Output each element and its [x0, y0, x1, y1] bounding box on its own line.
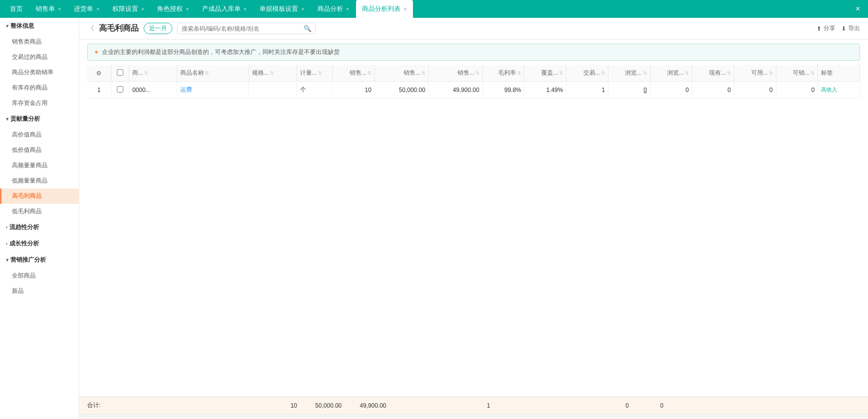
th-browse2[interactable]: 浏览...⇅: [650, 65, 692, 82]
nav-close-purchase[interactable]: ×: [96, 6, 99, 12]
sort-rate-icon: ⇅: [517, 70, 521, 76]
cell-stock1: 0: [692, 82, 734, 98]
row-checkbox[interactable]: [117, 86, 123, 93]
search-input[interactable]: [182, 25, 302, 32]
export-button[interactable]: ⬇ 导出: [841, 24, 860, 33]
cell-stock3: 0: [776, 82, 818, 98]
cell-sales-amt: 50,000.00: [375, 82, 429, 98]
nav-template-settings[interactable]: 单据模板设置 ×: [254, 0, 310, 18]
th-gross-profit[interactable]: 销售...⇅: [428, 65, 482, 82]
cell-spec: [249, 82, 297, 98]
nav-sales-order[interactable]: 销售单 ×: [30, 0, 67, 18]
nav-close-analysis[interactable]: ×: [346, 6, 349, 12]
th-tag[interactable]: 标签: [818, 65, 860, 82]
th-stock2[interactable]: 可用...⇅: [734, 65, 776, 82]
top-nav: 首页 销售单 × 进货单 × 权限设置 × 角色授权 × 产成品入库单 × 单据…: [0, 0, 868, 18]
sort-spec-icon: ⇅: [270, 70, 274, 76]
nav-close-sales[interactable]: ×: [58, 6, 61, 12]
footer-qty: 10: [265, 402, 300, 409]
share-button[interactable]: ⬆ 分享: [817, 24, 835, 33]
sidebar-group-contribution[interactable]: ▾ 贡献量分析: [0, 111, 79, 127]
cell-tag: 高收入: [818, 82, 860, 98]
th-browse1[interactable]: 浏览...⇅: [608, 65, 650, 82]
nav-product-analysis[interactable]: 商品分析 ×: [311, 0, 355, 18]
footer-sales-amt: 50,000.00: [300, 402, 345, 409]
sidebar-item-high-freq[interactable]: 高频量量商品: [0, 158, 79, 173]
sidebar-group-overall[interactable]: ▾ 整体信息: [0, 18, 79, 34]
sidebar-item-low-value[interactable]: 低价值商品: [0, 142, 79, 158]
nav-close-template[interactable]: ×: [301, 6, 304, 12]
page-title: 高毛利商品: [99, 23, 139, 34]
nav-close-analysis-list[interactable]: ×: [404, 6, 407, 12]
cell-gross-rate: 99.8%: [482, 82, 524, 98]
sidebar-item-low-freq[interactable]: 低频量量商品: [0, 173, 79, 188]
table-container: ⚙ 商...⇅ 商品名称⇅ 规格...⇅ 计量...⇅ 销售...⇅ 销售...…: [79, 65, 868, 396]
th-unit[interactable]: 计量...⇅: [297, 65, 333, 82]
sort-browse1-icon: ⇅: [643, 70, 647, 76]
nav-roles[interactable]: 角色授权 ×: [151, 0, 195, 18]
nav-purchase-order[interactable]: 进货单 ×: [68, 0, 105, 18]
sidebar-item-category-sales-rate[interactable]: 商品分类助销率: [0, 65, 79, 80]
sidebar-group-marketing[interactable]: ▾ 营销推广分析: [0, 252, 79, 268]
sidebar-item-high-margin[interactable]: 高毛利商品: [0, 188, 79, 204]
th-name[interactable]: 商品名称⇅: [177, 65, 249, 82]
select-all-checkbox[interactable]: [117, 69, 123, 76]
cell-check[interactable]: [111, 82, 129, 98]
sort-gross-icon: ⇅: [475, 70, 479, 76]
cell-name[interactable]: 运费: [177, 82, 249, 98]
nav-home[interactable]: 首页: [4, 0, 29, 18]
main-layout: ▾ 整体信息 销售类商品 交易过的商品 商品分类助销率 有库存的商品 库存资金占…: [0, 18, 868, 419]
sidebar-item-stock-capital[interactable]: 库存资金占用: [0, 95, 79, 111]
th-gross-rate[interactable]: 毛利率⇅: [482, 65, 524, 82]
th-stock3[interactable]: 可销...⇅: [776, 65, 818, 82]
sort-cover-icon: ⇅: [559, 70, 563, 76]
sort-browse2-icon: ⇅: [685, 70, 689, 76]
th-settings[interactable]: ⚙: [87, 65, 111, 82]
nav-close-permissions[interactable]: ×: [141, 6, 144, 12]
sidebar-item-sales-products[interactable]: 销售类商品: [0, 34, 79, 49]
th-qty[interactable]: 销售...⇅: [333, 65, 375, 82]
nav-permissions[interactable]: 权限设置 ×: [106, 0, 150, 18]
th-stock1[interactable]: 现有...⇅: [692, 65, 734, 82]
search-icon[interactable]: 🔍: [304, 25, 311, 32]
cell-transaction: 1: [566, 82, 609, 98]
sort-sku-icon: ⇅: [144, 70, 148, 76]
sidebar-item-low-margin[interactable]: 低毛利商品: [0, 204, 79, 219]
sidebar-collapse-button[interactable]: 《: [87, 24, 94, 33]
th-coverage[interactable]: 覆盖...⇅: [524, 65, 566, 82]
th-spec[interactable]: 规格...⇅: [249, 65, 297, 82]
cell-browse2: 0: [650, 82, 692, 98]
sidebar-item-all-products[interactable]: 全部商品: [0, 268, 79, 283]
sort-stock2-icon: ⇅: [769, 70, 773, 76]
cell-coverage: 1.49%: [524, 82, 566, 98]
data-table: ⚙ 商...⇅ 商品名称⇅ 规格...⇅ 计量...⇅ 销售...⇅ 销售...…: [87, 65, 860, 98]
footer-bar: 合计: 10 50,000.00 49,900.00 1 0 0: [79, 396, 868, 414]
sidebar-group-growth[interactable]: › 成长性分析: [0, 235, 79, 252]
sort-sales-icon: ⇅: [421, 70, 425, 76]
sidebar-group-flow[interactable]: › 流趋性分析: [0, 219, 79, 235]
th-sales-amt[interactable]: 销售...⇅: [375, 65, 429, 82]
nav-finished-goods[interactable]: 产成品入库单 ×: [196, 0, 253, 18]
arrow-flow-icon: ›: [6, 225, 7, 230]
sidebar-item-high-value[interactable]: 高价值商品: [0, 127, 79, 142]
sort-trans-icon: ⇅: [601, 70, 605, 76]
cell-browse1[interactable]: 0: [608, 82, 650, 98]
sidebar-item-stocked-products[interactable]: 有库存的商品: [0, 80, 79, 95]
sidebar: ▾ 整体信息 销售类商品 交易过的商品 商品分类助销率 有库存的商品 库存资金占…: [0, 18, 79, 419]
share-icon: ⬆: [817, 25, 821, 32]
nav-close-finished[interactable]: ×: [244, 6, 247, 12]
nav-close-all-button[interactable]: ×: [852, 4, 864, 13]
nav-close-roles[interactable]: ×: [186, 6, 189, 12]
nav-product-analysis-list[interactable]: 商品分析列表 ×: [356, 0, 412, 18]
horizontal-scrollbar[interactable]: [79, 414, 868, 419]
th-sku[interactable]: 商...⇅: [129, 65, 177, 82]
period-button[interactable]: 近一月: [144, 23, 172, 34]
sidebar-item-traded-products[interactable]: 交易过的商品: [0, 49, 79, 65]
th-transaction[interactable]: 交易...⇅: [566, 65, 609, 82]
arrow-contribution-icon: ▾: [6, 116, 8, 122]
arrow-growth-icon: ›: [6, 241, 7, 246]
footer-stock3: 0: [632, 402, 666, 409]
footer-values: 10 50,000.00 49,900.00 1 0 0: [127, 402, 860, 409]
sidebar-item-new-products[interactable]: 新品: [0, 283, 79, 299]
cell-gross-profit: 49,900.00: [428, 82, 482, 98]
